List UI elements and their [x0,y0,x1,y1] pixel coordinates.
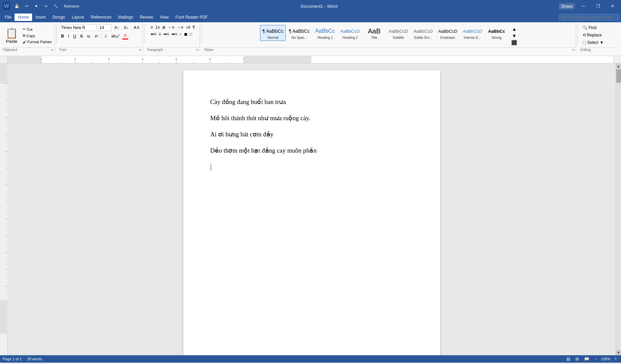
ruler-right-side [614,56,621,63]
format-painter-button[interactable]: 🖌 Format Painter [21,39,53,45]
scroll-track[interactable] [616,69,621,350]
menu-design[interactable]: Design [49,14,68,21]
clear-format-button[interactable]: ✗A [132,25,141,31]
undo-button[interactable]: ↩ [24,3,30,9]
menu-view[interactable]: View [157,14,172,21]
style-intense-em-label: Intense E... [464,36,481,40]
style-emphasis[interactable]: AaBbCcD Emphasis [436,25,460,41]
line-spacing-button[interactable]: ↕ [179,31,183,37]
svg-text:6: 6 [209,57,211,61]
doc-line-2: Mồ hôi thánh thót như mưa ruộng cày. [210,113,413,123]
underline-button[interactable]: U [72,33,78,39]
scroll-down-button[interactable]: ▼ [616,350,621,355]
minimize-button[interactable]: — [577,2,590,10]
font-label: Font [59,48,66,52]
scroll-up-button[interactable]: ▲ [616,63,621,69]
shading-button[interactable]: ◼ [183,31,188,37]
replace-label: Replace [587,33,602,37]
style-title[interactable]: AaB Title [363,25,386,41]
select-button[interactable]: ⬚ Select ▼ [580,39,618,46]
web-layout-button[interactable]: ⊞ [574,357,580,361]
styles-scroll-down[interactable]: ▼ [511,32,518,39]
zoom-in-button[interactable]: + [613,357,618,361]
restore-button[interactable]: ❐ [592,2,604,10]
clipboard-expand-icon[interactable]: ⬘ [51,48,53,51]
style-heading1[interactable]: AaBbCc Heading 1 [313,25,337,41]
font-size-input[interactable] [98,24,111,31]
shrink-font-button[interactable]: A↓ [122,25,130,31]
customize-qat-button[interactable]: 🔧 [52,3,60,9]
style-normal[interactable]: ¶ AaBbCc Normal [260,25,286,41]
undo-dropdown[interactable]: ▼ [33,3,40,9]
find-button[interactable]: 🔍 Find [580,24,618,31]
grow-font-button[interactable]: A↑ [113,25,121,31]
doc-line-4: Dẻo thơm một hạt đắng cay muôn phần [210,146,413,155]
borders-button[interactable]: □ [189,31,193,37]
sort-button[interactable]: ↕A [184,24,191,30]
menu-mailings[interactable]: Mailings [115,14,136,21]
bold-button[interactable]: B [59,33,66,39]
scroll-thumb[interactable] [616,69,621,83]
replace-button[interactable]: ⟲ Replace [580,32,618,38]
font-expand-icon[interactable]: ⬘ [139,48,141,51]
document-content[interactable]: Cày đồng đang buổi ban trưa Mồ hôi thánh… [210,97,413,172]
font-name-input[interactable] [59,24,97,31]
print-layout-button[interactable]: ▤ [565,357,571,361]
multilevel-button[interactable]: ≣ [161,24,166,30]
paste-label: Paste [6,39,17,44]
menu-foxit[interactable]: Foxit Reader PDF [172,14,211,21]
style-heading2[interactable]: AaBbCcD Heading 2 [338,25,362,41]
para-expand-icon[interactable]: ⬘ [196,48,198,51]
vertical-scrollbar[interactable]: ▲ ▼ [616,63,621,355]
styles-expand[interactable]: ⬛ [511,39,518,46]
text-effects-button[interactable]: A [103,33,109,39]
style-intense-emphasis[interactable]: AaBbCcD Intense E... [460,25,484,41]
align-center-button[interactable]: ≡ [158,31,162,37]
style-normal-label: Normal [267,36,278,40]
zoom-out-button[interactable]: − [593,357,598,361]
style-strong-label: Strong [492,36,501,40]
strikethrough-button[interactable]: S [78,33,84,39]
paste-button[interactable]: 📋 Paste [3,26,21,45]
increase-indent-button[interactable]: →≡ [176,24,184,30]
read-mode-button[interactable]: 📖 [583,357,591,361]
highlight-color-button[interactable]: ab🖊 [109,33,121,39]
style-em-label: Emphasis [440,36,455,40]
help-search-input[interactable] [559,14,620,21]
align-right-button[interactable]: ➡≡ [162,31,170,37]
menu-file[interactable]: File [1,14,15,21]
italic-button[interactable]: I [66,33,71,39]
menu-home[interactable]: Home [15,14,32,21]
style-strong[interactable]: AaBbCc Strong [485,25,508,41]
cut-button[interactable]: ✂ Cut [21,26,53,32]
styles-scroll-up[interactable]: ▲ [511,26,518,32]
document-area[interactable]: Cày đồng đang buổi ban trưa Mồ hôi thánh… [7,63,616,355]
superscript-button[interactable]: x² [93,33,100,39]
menu-layout[interactable]: Layout [69,14,87,21]
styles-expand-icon[interactable]: ⬘ [572,48,574,51]
subscript-button[interactable]: x₂ [85,33,92,39]
show-marks-button[interactable]: ¶ [191,24,196,30]
font-color-button[interactable]: A [122,32,128,40]
save-button[interactable]: 💾 [13,3,21,9]
align-left-button[interactable]: ⬅≡ [150,31,157,37]
bullets-button[interactable]: ≡ [150,24,154,30]
style-no-spacing[interactable]: ¶ AaBbCc No Spac... [286,25,312,41]
style-subtle-emphasis[interactable]: AaBbCcD Subtle Em... [411,25,435,41]
menu-references[interactable]: References [87,14,115,21]
share-button[interactable]: Share [559,3,575,9]
styles-gallery: ¶ AaBbCc Normal ¶ AaBbCc No Spac... AaBb… [260,25,508,41]
style-subtitle[interactable]: AaBbCcD Subtitle [386,25,410,41]
svg-text:3: 3 [108,57,109,61]
close-button[interactable]: ✕ [607,2,618,10]
justify-button[interactable]: ⬌≡ [171,31,178,37]
decrease-indent-button[interactable]: ←≡ [167,24,175,30]
doc-cursor-line[interactable] [210,162,413,172]
numbering-button[interactable]: 1≡ [154,24,161,30]
menu-insert[interactable]: Insert [32,14,49,21]
copy-button[interactable]: ⧉ Copy [21,33,53,38]
style-h2-preview: AaBbCcD [340,26,360,36]
redo-button[interactable]: ↪ [43,3,49,9]
styles-label: Styles [204,48,213,52]
menu-review[interactable]: Review [136,14,156,21]
